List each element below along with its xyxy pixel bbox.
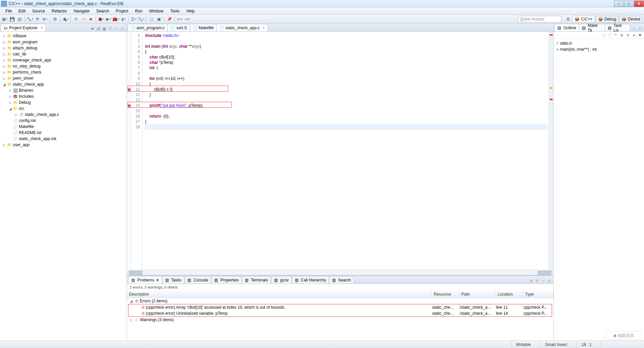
menu-project[interactable]: Project — [112, 9, 132, 13]
new-button[interactable]: ▦ — [1, 16, 8, 23]
filter-icon[interactable]: ⚲ — [528, 278, 534, 284]
menu-run[interactable]: Run — [132, 9, 146, 13]
tree-item[interactable]: ◢📁static_check_app — [1, 81, 126, 87]
debug-button[interactable]: 🐞 — [98, 16, 104, 23]
open-perspective-button[interactable]: ⊞ — [565, 16, 571, 23]
tree-item[interactable]: ▷📁A9base — [1, 33, 126, 39]
save-button[interactable]: 💾 — [9, 16, 15, 23]
build-all-button[interactable]: ⚒ — [34, 16, 41, 23]
hide-nonpublic-icon[interactable]: ● — [631, 32, 637, 38]
col-path[interactable]: Path — [459, 291, 496, 298]
bottom-tab-problems[interactable]: ▥Problems✕ — [128, 276, 162, 284]
tree-item[interactable]: ▷ⓒstatic_check_app.c — [1, 112, 126, 118]
run-button[interactable]: ▶ — [105, 16, 112, 23]
maximize-view-icon[interactable]: □ — [120, 26, 125, 31]
back-button[interactable]: ⇐ — [176, 16, 183, 23]
stop-button[interactable]: ■ — [87, 16, 94, 23]
tree-item[interactable]: ▷🔢Binaries — [1, 87, 126, 93]
link-editor-icon[interactable]: 🔗 — [96, 26, 101, 31]
menu-tools[interactable]: Tools — [167, 9, 183, 13]
relaunch-button[interactable]: ⟲ — [73, 16, 79, 23]
menu-source[interactable]: Source — [29, 9, 48, 13]
tree-item[interactable]: 📄static_check_app.mk — [1, 136, 126, 142]
horizontal-scrollbar[interactable] — [127, 270, 553, 275]
editor-tab[interactable]: 📄Makefile — [190, 24, 217, 31]
bottom-tab-gcov[interactable]: ▥gcov — [271, 276, 291, 284]
col-description[interactable]: Description — [127, 291, 432, 298]
toggle-mark-button[interactable]: ▢ — [148, 16, 155, 23]
collapse-all-icon[interactable]: ⇆ — [90, 26, 95, 31]
next-annotation-button[interactable]: ▣ — [155, 16, 162, 23]
problems-table-header[interactable]: Description Resource Path Location Type — [127, 291, 553, 298]
close-tab-icon[interactable]: ✕ — [156, 278, 159, 282]
tree-item[interactable]: 📄config.mk — [1, 118, 126, 124]
sort-icon[interactable]: ⬚ — [601, 32, 606, 38]
project-explorer-tab[interactable]: 🗂 Project Explorer ✕ — [1, 24, 46, 31]
profile-button[interactable]: ⧗ — [120, 16, 127, 23]
perspective-cc[interactable]: 📦C/C++ — [572, 16, 595, 23]
menu-file[interactable]: File — [2, 9, 15, 13]
quick-access-input[interactable]: Quick Access — [518, 16, 561, 23]
tree-item[interactable]: ◢📁src — [1, 105, 126, 112]
forward-button[interactable]: ⇒ — [184, 16, 190, 23]
target-button[interactable]: ⊕ — [41, 16, 48, 23]
tree-item[interactable]: ▷📁calc_lib — [1, 51, 126, 57]
minimize-panel-icon[interactable]: ─ — [541, 278, 546, 284]
tree-item[interactable]: ▷📚Includes — [1, 93, 126, 99]
bottom-tab-console[interactable]: ▥Console — [184, 276, 211, 284]
tree-item[interactable]: ▷📁no_step_debug — [1, 63, 126, 69]
warnings-group[interactable]: ▷⚠Warnings (3 items) — [127, 317, 553, 323]
tree-item[interactable]: ▷📁pwm_driver — [1, 75, 126, 81]
tree-item[interactable]: ▷📁attach_debug — [1, 45, 126, 51]
menu-refactor[interactable]: Refactor — [48, 9, 70, 13]
bottom-tab-tasks[interactable]: ▥Tasks — [162, 276, 185, 284]
ext-tools-button[interactable]: 🧰 — [112, 16, 119, 23]
code-editor[interactable]: ▣▣ 123456789101112131415161718 #include … — [127, 32, 553, 270]
maximize-button[interactable]: □ — [624, 1, 634, 7]
toggle-button[interactable]: ✪ — [52, 16, 58, 23]
bottom-tab-terminals[interactable]: ▥Terminals — [242, 276, 271, 284]
perspective-debug[interactable]: 📦Debug — [596, 16, 618, 23]
menu-navigate[interactable]: Navigate — [70, 9, 93, 13]
view-menu-icon[interactable]: ▽ — [535, 278, 540, 284]
connect-button[interactable]: 🔌 — [62, 16, 69, 23]
problem-row[interactable]: ⊘ (cppcheck error) Uninitialized variabl… — [129, 310, 552, 316]
open-type-button[interactable]: ☰ — [130, 16, 137, 23]
project-tree[interactable]: ▷📁A9base▷📁asm_program▷📁attach_debug▷📁cal… — [0, 32, 127, 341]
editor-tab[interactable]: 📄asm_program.c — [128, 24, 168, 31]
outline-tab[interactable]: ▤Task Lis — [605, 24, 630, 31]
errors-group[interactable]: ◢⊘Errors (2 items) — [127, 298, 553, 304]
perspective-device[interactable]: 📦Device — [619, 16, 643, 23]
editor-tab[interactable]: 📄static_check_app.c✕ — [216, 24, 268, 31]
filter1-icon[interactable]: ⬚ — [607, 32, 612, 38]
editor-tab[interactable]: 📄sort.S — [167, 24, 190, 31]
tree-item[interactable]: 📄Makefile — [1, 124, 126, 130]
skip-button[interactable]: ⤳ — [80, 16, 87, 23]
outline-item[interactable]: ●main(int, char**) : int — [555, 46, 643, 52]
outline-tree[interactable]: #stdio.h●main(int, char**) : int — [554, 39, 644, 341]
close-view-icon[interactable]: ✕ — [40, 26, 43, 30]
minimize-outline-icon[interactable]: ─ — [631, 26, 637, 31]
outline-item[interactable]: #stdio.h — [555, 40, 643, 46]
col-type[interactable]: Type — [523, 291, 553, 298]
maximize-panel-icon[interactable]: □ — [547, 278, 552, 284]
outline-tab[interactable]: ▤Make Ta — [579, 24, 605, 31]
tree-item[interactable]: ▷📁Debug — [1, 99, 126, 105]
menu-window[interactable]: Window — [146, 9, 167, 13]
tree-item[interactable]: ▷📁coverage_check_app — [1, 57, 126, 63]
outline-tab[interactable]: ▤Outline — [554, 24, 579, 31]
az-icon[interactable]: ᴬᶻ — [613, 32, 618, 38]
hide-static-icon[interactable]: ⊘ — [625, 32, 631, 38]
more-icon[interactable]: ✱ — [637, 32, 643, 38]
col-location[interactable]: Location — [496, 291, 523, 298]
overview-ruler[interactable] — [549, 32, 553, 270]
bottom-tab-search[interactable]: ▥Search — [329, 276, 354, 284]
view-menu-icon[interactable]: ▽ — [108, 26, 113, 31]
tree-item[interactable]: ▷📁user_app — [1, 142, 126, 148]
problem-row[interactable]: ⊘ (cppcheck error) Array 'cBuf[10]' acce… — [129, 304, 552, 310]
tree-item[interactable]: ▷📁performs_check — [1, 69, 126, 75]
menu-help[interactable]: Help — [183, 9, 198, 13]
menu-edit[interactable]: Edit — [15, 9, 29, 13]
tree-item[interactable]: ▷📁asm_program — [1, 39, 126, 45]
bottom-tab-properties[interactable]: ▥Properties — [211, 276, 242, 284]
